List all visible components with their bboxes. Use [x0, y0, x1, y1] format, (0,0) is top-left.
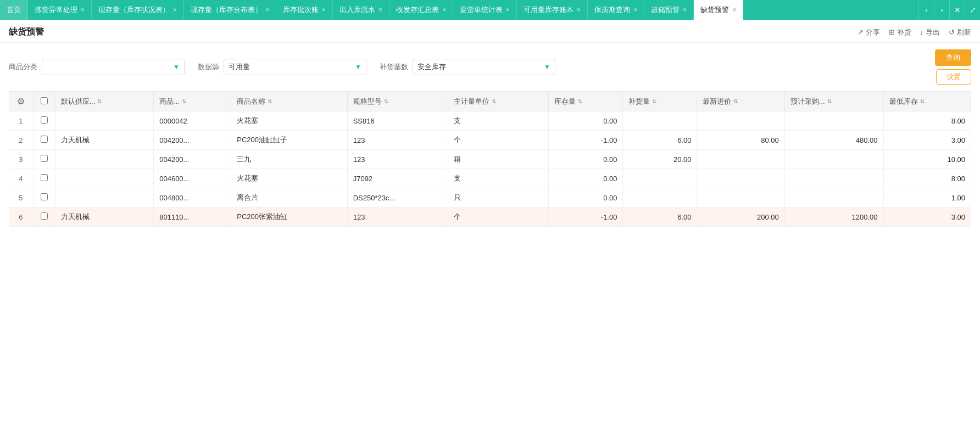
export-button[interactable]: ↓ 导出: [920, 27, 940, 37]
tab-exception[interactable]: 拣货异常处理 ×: [28, 0, 92, 20]
th-name[interactable]: 商品名称 ⇅: [231, 92, 347, 111]
row-code-1: 0000042: [154, 111, 231, 131]
th-code[interactable]: 商品... ⇅: [154, 92, 231, 111]
row-select-checkbox[interactable]: [41, 212, 48, 220]
tab-available[interactable]: 可用量库存账本 ×: [517, 0, 588, 20]
tab-overstock[interactable]: 超储预警 ×: [644, 0, 694, 20]
tab-order[interactable]: 要货单统计表 ×: [453, 0, 517, 20]
tab-inout[interactable]: 出入库流水 ×: [333, 0, 389, 20]
settings-button[interactable]: 设置: [936, 69, 971, 85]
tab-close-expiry[interactable]: ×: [633, 6, 637, 14]
share-icon: ↗: [858, 28, 864, 36]
tab-bar: 首页 拣货异常处理 × 现存量（库存状况表） × 现存量（库存分布表） × 库存…: [0, 0, 980, 20]
table-row: 6 力天机械 801110... PC200张紧油缸 123 个 -1.00 6…: [9, 208, 971, 227]
share-button[interactable]: ↗ 分享: [858, 27, 880, 37]
th-est-purchase[interactable]: 预计采购... ⇅: [784, 92, 883, 111]
row-select-checkbox[interactable]: [41, 155, 48, 162]
tab-prev-btn[interactable]: ‹: [918, 0, 934, 20]
replenish-button[interactable]: ⊞ 补货: [889, 27, 911, 37]
th-replenish[interactable]: 补货量 ⇅: [623, 92, 697, 111]
tab-next-btn[interactable]: ›: [934, 0, 949, 20]
replenish-base-arrow-icon: ▼: [544, 63, 550, 71]
datasource-value: 可用量: [229, 62, 355, 72]
est-purchase-sort-icon: ⇅: [827, 98, 832, 104]
code-sort-icon: ⇅: [182, 98, 186, 104]
row-checkbox-4[interactable]: [33, 169, 55, 188]
datasource-filter: 数据源 可用量 ▼: [198, 59, 366, 75]
row-checkbox-6[interactable]: [33, 208, 55, 227]
tab-expand-btn[interactable]: ⤢: [965, 0, 980, 20]
th-checkbox[interactable]: [33, 92, 55, 111]
tab-batch[interactable]: 库存批次账 ×: [276, 0, 333, 20]
tab-close-btn[interactable]: ✕: [949, 0, 965, 20]
th-latest-price[interactable]: 最新进价 ⇅: [697, 92, 784, 111]
tab-close-receipt[interactable]: ×: [442, 6, 446, 14]
row-select-checkbox[interactable]: [41, 136, 48, 143]
tab-close-stock1[interactable]: ×: [173, 6, 177, 14]
replenish-sort-icon: ⇅: [652, 98, 656, 104]
row-spec-2: 123: [347, 131, 448, 150]
row-replenish-6: 6.00: [623, 208, 697, 227]
row-code-6: 801110...: [154, 208, 231, 227]
select-all-checkbox[interactable]: [41, 97, 48, 104]
row-checkbox-1[interactable]: [33, 111, 55, 131]
row-select-checkbox[interactable]: [41, 193, 48, 200]
tab-expiry[interactable]: 保质期查询 ×: [588, 0, 644, 20]
page-title: 缺货预警: [9, 26, 44, 38]
tab-receipt[interactable]: 收发存汇总表 ×: [389, 0, 453, 20]
row-est-purchase-6: 1200.00: [784, 208, 883, 227]
refresh-button[interactable]: ↺ 刷新: [949, 27, 971, 37]
row-num-1: 1: [9, 111, 33, 131]
tab-stock2[interactable]: 现存量（库存分布表） ×: [184, 0, 276, 20]
tab-close-stock2[interactable]: ×: [265, 6, 269, 14]
tab-close-overstock[interactable]: ×: [683, 6, 687, 14]
row-stock-5: 0.00: [549, 188, 623, 208]
category-select[interactable]: ▼: [42, 59, 185, 75]
th-unit[interactable]: 主计量单位 ⇅: [448, 92, 549, 111]
table-row: 3 004200... 三九 123 箱 0.00 20.00 10.00: [9, 150, 971, 169]
latest-price-sort-icon: ⇅: [733, 98, 738, 104]
row-unit-3: 箱: [448, 150, 549, 169]
row-spec-4: J7092: [347, 169, 448, 188]
datasource-select[interactable]: 可用量 ▼: [224, 59, 366, 75]
row-checkbox-5[interactable]: [33, 188, 55, 208]
header-actions: ↗ 分享 ⊞ 补货 ↓ 导出 ↺ 刷新: [858, 27, 972, 37]
tab-close-shortage[interactable]: ×: [732, 6, 736, 14]
tab-close-order[interactable]: ×: [506, 6, 510, 14]
replenish-base-value: 安全库存: [417, 62, 544, 72]
th-spec[interactable]: 规格型号 ⇅: [347, 92, 448, 111]
row-spec-5: DS250*23c...: [347, 188, 448, 208]
tab-close-batch[interactable]: ×: [322, 6, 326, 14]
name-sort-icon: ⇅: [268, 98, 272, 104]
tab-shortage[interactable]: 缺货预警 ×: [694, 0, 743, 20]
row-supplier-2: 力天机械: [55, 131, 154, 150]
filter-actions: 查询 设置: [935, 49, 971, 85]
refresh-icon: ↺: [949, 28, 955, 36]
replenish-base-select[interactable]: 安全库存 ▼: [413, 59, 555, 75]
tab-close-available[interactable]: ×: [577, 6, 581, 14]
th-gear[interactable]: ⚙: [9, 92, 33, 111]
th-supplier[interactable]: 默认供应... ⇅: [55, 92, 154, 111]
th-stock[interactable]: 库存量 ⇅: [549, 92, 623, 111]
row-supplier-4: [55, 169, 154, 188]
row-checkbox-3[interactable]: [33, 150, 55, 169]
row-latest-price-3: [697, 150, 784, 169]
row-stock-3: 0.00: [549, 150, 623, 169]
stock-sort-icon: ⇅: [578, 98, 582, 104]
row-checkbox-2[interactable]: [33, 131, 55, 150]
th-min-stock[interactable]: 最低库存 ⇅: [883, 92, 971, 111]
tab-close-exception[interactable]: ×: [81, 6, 85, 14]
table-row: 4 004600... 火花塞 J7092 支 0.00 8.00: [9, 169, 971, 188]
min-stock-sort-icon: ⇅: [920, 98, 925, 104]
tab-close-inout[interactable]: ×: [378, 6, 382, 14]
tab-home[interactable]: 首页: [0, 0, 28, 20]
row-min-stock-6: 3.00: [883, 208, 971, 227]
row-min-stock-3: 10.00: [883, 150, 971, 169]
row-select-checkbox[interactable]: [41, 174, 48, 181]
row-replenish-5: [623, 188, 697, 208]
tab-stock1[interactable]: 现存量（库存状况表） ×: [92, 0, 184, 20]
row-select-checkbox[interactable]: [41, 116, 48, 124]
row-name-5: 离合片: [231, 188, 347, 208]
gear-icon[interactable]: ⚙: [17, 97, 25, 106]
query-button[interactable]: 查询: [935, 49, 971, 66]
